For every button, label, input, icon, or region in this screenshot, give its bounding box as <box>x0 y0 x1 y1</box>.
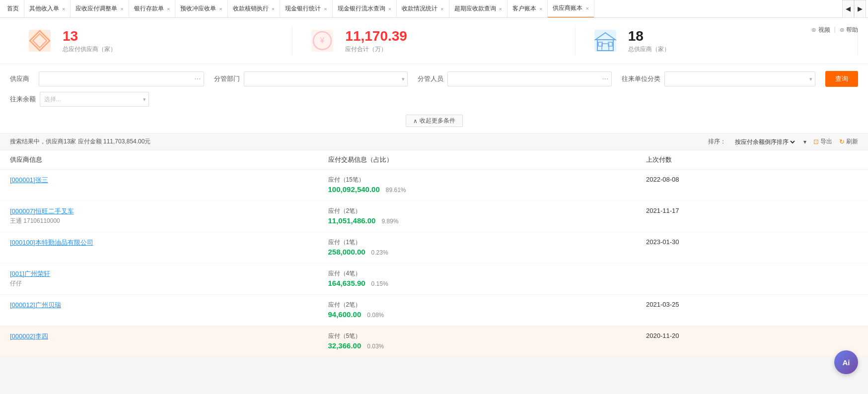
dept-input[interactable] <box>244 71 408 86</box>
close-supplier-account[interactable]: × <box>585 5 588 11</box>
nav-tab-home[interactable]: 首页 <box>2 0 24 18</box>
refresh-icon: ↻ <box>839 138 845 145</box>
person-label: 分管人员 <box>418 74 443 83</box>
top-navigation: 首页 其他收入单 × 应收应付调整单 × 银行存款单 × 预收冲应收单 × 收款… <box>0 0 868 18</box>
category-chevron-icon[interactable]: ▾ <box>809 76 812 82</box>
tx-label-3: 应付（1笔） <box>328 238 647 247</box>
nav-tab-bank-deposit-label: 银行存款单 <box>134 4 164 13</box>
collapse-label: 收起更多条件 <box>420 117 455 125</box>
supplier-link-6[interactable]: [000002]李四 <box>10 332 48 340</box>
tx-amount-5: 94,600.00 <box>328 310 362 319</box>
query-button[interactable]: 查询 <box>825 71 858 87</box>
category-input[interactable] <box>664 71 816 86</box>
nav-tab-other-income[interactable]: 其他收入单 × <box>24 0 71 18</box>
export-button[interactable]: ⊡ 导出 <box>813 137 832 146</box>
nav-tab-cash-bank-stat-label: 现金银行统计 <box>285 4 321 13</box>
nav-tab-other-income-label: 其他收入单 <box>29 4 59 13</box>
nav-tab-prepay-charge[interactable]: 预收冲应收单 × <box>175 0 227 18</box>
results-summary: 搜索结果中，供应商13家 应付金额 111,703,854.00元 <box>10 137 150 146</box>
tx-percent-3: 0.23% <box>371 249 388 256</box>
help-link[interactable]: ⊙ 帮助 <box>840 26 858 34</box>
nav-tab-cash-bank-stat[interactable]: 现金银行统计 × <box>280 0 332 18</box>
summary-info-total-suppliers: 18 总供应商（家） <box>628 28 670 54</box>
dept-chevron-icon[interactable]: ▾ <box>402 76 405 82</box>
supplier-label: 供应商 <box>10 74 35 83</box>
table-row: [000007]恒旺二手叉车 王通 17106110000 应付（2笔） 11,… <box>0 201 868 232</box>
nav-tab-prepay-charge-label: 预收冲应收单 <box>180 4 216 13</box>
nav-tab-customer-account-label: 客户账本 <box>512 4 536 13</box>
close-prepay-charge[interactable]: × <box>219 6 222 12</box>
dept-field: 分管部门 ▾ <box>214 71 408 86</box>
close-overdue-ap[interactable]: × <box>499 6 502 12</box>
supplier-input-wrap: ··· <box>39 71 204 86</box>
nav-tab-ap-adjust-label: 应收应付调整单 <box>75 4 117 13</box>
top-right-links: ⊙ 视频 | ⊙ 帮助 <box>811 26 858 34</box>
tx-label-6: 应付（5笔） <box>328 332 647 340</box>
tx-row-4: 164,635.90 0.15% <box>328 278 647 288</box>
tx-row-2: 11,051,486.00 9.89% <box>328 215 647 226</box>
close-cash-bank-stat[interactable]: × <box>324 6 327 12</box>
tx-percent-6: 0.03% <box>367 343 384 350</box>
supplier-info-3: [000100]本特勤油品有限公司 <box>10 238 328 247</box>
collapse-button[interactable]: ∧ 收起更多条件 <box>406 115 463 127</box>
refresh-button[interactable]: ↻ 刷新 <box>839 137 858 146</box>
supplier-link-2[interactable]: [000007]恒旺二手叉车 <box>10 207 74 215</box>
table-header: 供应商信息 应付交易信息（占比） 上次付数 <box>0 150 868 170</box>
tx-amount-3: 258,000.00 <box>328 248 365 256</box>
tx-row-6: 32,366.00 0.03% <box>328 340 647 351</box>
tx-label-5: 应付（2笔） <box>328 301 647 309</box>
balance-input[interactable] <box>40 92 149 107</box>
sort-select[interactable]: 按应付余额倒序排序 <box>733 138 796 146</box>
nav-tab-overdue-ap-label: 超期应收款查询 <box>454 4 496 13</box>
person-dots-icon[interactable]: ··· <box>602 74 608 83</box>
close-collect-verify[interactable]: × <box>272 6 275 12</box>
nav-tab-customer-account[interactable]: 客户账本 × <box>507 0 548 18</box>
col-header-lastpay: 上次付数 <box>646 155 858 164</box>
tx-amount-2: 11,051,486.00 <box>328 216 376 225</box>
supplier-input[interactable] <box>39 71 204 86</box>
supplier-dots-icon[interactable]: ··· <box>194 74 201 83</box>
total-suppliers-label: 总供应商（家） <box>628 45 670 54</box>
close-bank-deposit[interactable]: × <box>167 6 170 12</box>
close-collect-stat[interactable]: × <box>440 6 443 12</box>
supplier-link-5[interactable]: [000012]广州贝瑞 <box>10 301 61 309</box>
balance-chevron-icon[interactable]: ▾ <box>143 96 146 103</box>
category-field: 往来单位分类 ▾ <box>622 71 816 86</box>
nav-tab-collect-verify[interactable]: 收款核销执行 × <box>228 0 280 18</box>
last-pay-5: 2021-03-25 <box>646 301 858 308</box>
nav-tab-collect-stat-label: 收款情况统计 <box>402 4 437 13</box>
nav-tab-ap-adjust[interactable]: 应收应付调整单 × <box>71 0 129 18</box>
close-customer-account[interactable]: × <box>539 6 542 12</box>
supplier-link-3[interactable]: [000100]本特勤油品有限公司 <box>10 239 93 246</box>
summary-info-ap-suppliers: 13 总应付供应商（家） <box>63 28 116 54</box>
video-link[interactable]: ⊙ 视频 <box>811 26 830 34</box>
nav-tab-overdue-ap[interactable]: 超期应收款查询 × <box>449 0 507 18</box>
total-suppliers-num: 18 <box>628 28 670 44</box>
close-other-income[interactable]: × <box>62 6 65 12</box>
tx-amount-1: 100,092,540.00 <box>328 185 380 194</box>
nav-tab-home-label: 首页 <box>7 4 19 13</box>
supplier-link-1[interactable]: [000001]张三 <box>10 176 48 184</box>
person-input[interactable] <box>447 71 612 86</box>
nav-tab-cash-bank-flow[interactable]: 现金银行流水查询 × <box>333 0 397 18</box>
close-cash-bank-flow[interactable]: × <box>388 6 391 12</box>
close-ap-adjust[interactable]: × <box>120 6 123 12</box>
collapse-bar: ∧ 收起更多条件 <box>10 112 858 128</box>
nav-tab-collect-stat[interactable]: 收款情况统计 × <box>397 0 449 18</box>
search-area: 供应商 ··· 分管部门 ▾ 分管人员 ··· 往来单位分类 <box>0 64 868 133</box>
summary-card-ap-total: ¥ 11,170.39 应付合计（万） <box>292 26 575 56</box>
last-pay-2: 2021-11-17 <box>646 207 858 214</box>
nav-arrow-right[interactable]: ▶ <box>854 0 866 18</box>
nav-tab-bank-deposit[interactable]: 银行存款单 × <box>129 0 175 18</box>
table-row: [000100]本特勤油品有限公司 应付（1笔） 258,000.00 0.23… <box>0 232 868 263</box>
tx-amount-4: 164,635.90 <box>328 279 365 287</box>
circle-q-icon: ⊙ <box>840 26 845 33</box>
nav-tab-collect-verify-label: 收款核销执行 <box>233 4 269 13</box>
search-row-2: 往来余额 ▾ <box>10 92 858 107</box>
tx-percent-4: 0.15% <box>371 280 388 287</box>
balance-field: 往来余额 ▾ <box>10 92 149 107</box>
nav-tab-supplier-account[interactable]: 供应商账本 × <box>548 0 594 18</box>
supplier-link-4[interactable]: [001]广州荣轩 <box>10 270 50 277</box>
nav-arrow-left[interactable]: ◀ <box>842 0 854 18</box>
last-pay-1: 2022-08-08 <box>646 176 858 183</box>
